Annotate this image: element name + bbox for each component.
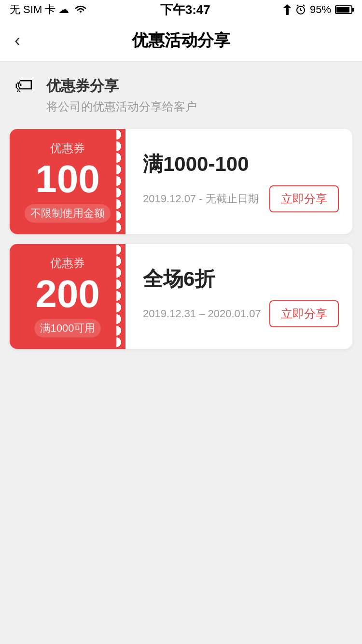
location-icon — [283, 4, 292, 15]
coupon-footer-2: 2019.12.31 – 2020.01.07 立即分享 — [143, 300, 339, 327]
coupon-label-2: 优惠券 — [50, 255, 85, 271]
coupon-amount-2: 200 — [35, 275, 99, 313]
sim-status: 无 SIM 卡 ☁ — [10, 2, 69, 17]
coupon-list: 优惠券 100 不限制使用金额 满1000-100 2019.12.07 - 无… — [0, 124, 362, 364]
status-left: 无 SIM 卡 ☁ — [10, 2, 87, 17]
section-header: 🏷 优惠券分享 将公司的优惠活动分享给客户 — [0, 62, 362, 124]
share-button-2[interactable]: 立即分享 — [269, 300, 339, 327]
coupon-section-icon: 🏷 — [14, 76, 39, 100]
battery-percent: 95% — [310, 3, 331, 16]
coupon-date-2: 2019.12.31 – 2020.01.07 — [143, 308, 261, 320]
section-text-group: 优惠券分享 将公司的优惠活动分享给客户 — [46, 76, 197, 114]
empty-area — [0, 364, 362, 605]
coupon-name-1: 满1000-100 — [143, 151, 339, 178]
coupon-left-2: 优惠券 200 满1000可用 — [10, 244, 125, 349]
coupon-right-2: 全场6折 2019.12.31 – 2020.01.07 立即分享 — [125, 244, 352, 349]
coupon-condition-2: 满1000可用 — [34, 319, 101, 337]
coupon-card-2: 优惠券 200 满1000可用 全场6折 2019.12.31 – 2020.0… — [10, 244, 352, 349]
svg-line-3 — [297, 5, 298, 6]
coupon-name-2: 全场6折 — [143, 266, 339, 293]
coupon-card-1: 优惠券 100 不限制使用金额 满1000-100 2019.12.07 - 无… — [10, 129, 352, 234]
alarm-icon — [295, 4, 306, 15]
back-button[interactable]: ‹ — [14, 30, 20, 51]
wifi-icon — [74, 5, 87, 14]
nav-bar: ‹ 优惠活动分享 — [0, 19, 362, 62]
page-title: 优惠活动分享 — [132, 29, 230, 52]
coupon-footer-1: 2019.12.07 - 无截止日期 立即分享 — [143, 185, 339, 212]
status-right: 95% — [283, 3, 352, 16]
section-subtitle: 将公司的优惠活动分享给客户 — [46, 99, 197, 114]
svg-line-4 — [303, 5, 305, 6]
section-title: 优惠券分享 — [46, 76, 197, 96]
status-time: 下午3:47 — [160, 1, 210, 18]
coupon-condition-1: 不限制使用金额 — [25, 204, 111, 223]
share-button-1[interactable]: 立即分享 — [269, 185, 339, 212]
coupon-left-1: 优惠券 100 不限制使用金额 — [10, 129, 125, 234]
coupon-label-1: 优惠券 — [50, 140, 85, 156]
coupon-right-1: 满1000-100 2019.12.07 - 无截止日期 立即分享 — [125, 129, 352, 234]
status-bar: 无 SIM 卡 ☁ 下午3:47 95% — [0, 0, 362, 19]
coupon-date-1: 2019.12.07 - 无截止日期 — [143, 192, 259, 206]
coupon-amount-1: 100 — [35, 160, 99, 198]
battery-icon — [335, 5, 352, 14]
